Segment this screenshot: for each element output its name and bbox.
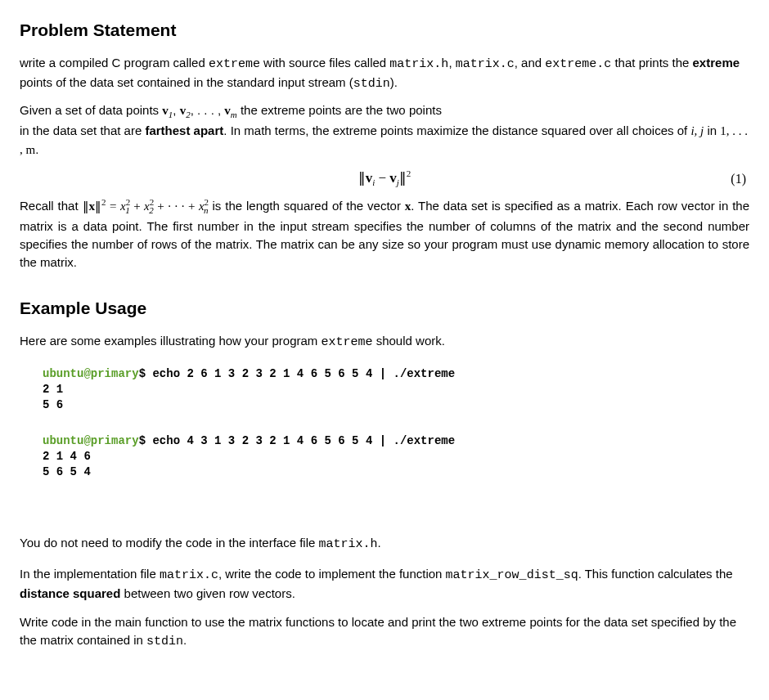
terminal-example-1: ubuntu@primary$ echo 2 6 1 3 2 3 2 1 4 6… <box>43 366 749 413</box>
code-matrix-c: matrix.c <box>160 568 218 582</box>
text: You do not need to modify the code in th… <box>20 536 319 550</box>
norm-right: ‖ <box>399 170 407 186</box>
math-vj: v <box>389 170 397 186</box>
math-vi: v <box>366 170 373 186</box>
text: . <box>35 142 38 156</box>
equation-number: (1) <box>731 169 746 188</box>
text: is the length squared of the vector <box>209 199 405 213</box>
math-ij: i, j <box>690 124 704 137</box>
norm-right: ‖ <box>95 200 101 213</box>
text: . <box>183 633 187 647</box>
terminal-output-line: 2 1 <box>43 383 63 396</box>
code-matrix-h: matrix.h <box>389 57 448 71</box>
heading-problem-statement: Problem Statement <box>20 18 749 43</box>
bold-dist-sq: distance squared <box>20 586 120 600</box>
code-matrix-c: matrix.c <box>456 57 515 71</box>
code-function-name: matrix_row_dist_sq <box>446 568 578 582</box>
text: between two given row vectors. <box>120 586 295 600</box>
text: Here are some examples illustrating how … <box>20 334 322 348</box>
text: the extreme points are the two points <box>237 103 442 117</box>
math-sub: m <box>231 110 237 119</box>
text: . In math terms, the extreme points maxi… <box>223 123 690 137</box>
plus-dots: + · · · + <box>154 200 199 213</box>
terminal-command: echo 4 3 1 3 2 3 2 1 4 6 5 6 5 4 | ./ext… <box>152 434 455 447</box>
given-paragraph: Given a set of data points v1, v2, . . .… <box>20 101 749 159</box>
code-extreme: extreme <box>322 335 373 349</box>
math-x: x <box>89 200 96 213</box>
text: Recall that <box>20 199 83 213</box>
code-extreme: extreme <box>209 57 260 71</box>
text: In the implementation file <box>20 567 160 581</box>
text: , write the code to implement the functi… <box>218 567 446 581</box>
example-intro: Here are some examples illustrating how … <box>20 332 749 352</box>
terminal-output-line: 5 6 <box>43 398 63 411</box>
text: with source files called <box>260 56 389 70</box>
plus: + <box>130 200 144 213</box>
text: . This function calculates the <box>578 567 733 581</box>
text: points of the data set contained in the … <box>20 75 353 89</box>
text: ). <box>390 75 398 89</box>
math-v1: v <box>162 104 169 117</box>
terminal-prompt: ubuntu@primary <box>43 434 139 447</box>
terminal-output-line: 2 1 4 6 <box>43 450 91 463</box>
terminal-dollar: $ <box>139 367 153 380</box>
intro-paragraph: write a compiled C program called extrem… <box>20 54 749 93</box>
text: , <box>448 56 455 70</box>
note-matrix-c: In the implementation file matrix.c, wri… <box>20 565 749 603</box>
note-matrix-h: You do not need to modify the code in th… <box>20 534 749 554</box>
text: , <box>173 103 179 117</box>
bold-farthest: farthest apart <box>145 123 223 137</box>
math-vm: v <box>224 104 231 117</box>
equals: = <box>106 200 120 213</box>
code-matrix-h: matrix.h <box>319 537 378 551</box>
equation-display: ‖vi − vj‖2 (1) <box>20 167 749 190</box>
code-stdin: stdin <box>353 77 390 91</box>
norm-left: ‖ <box>83 200 89 213</box>
math-sup: 2 <box>407 168 411 178</box>
code-extreme-c: extreme.c <box>545 57 611 71</box>
text: should work. <box>373 334 445 348</box>
terminal-command: echo 2 6 1 3 2 3 2 1 4 6 5 6 5 4 | ./ext… <box>152 367 455 380</box>
terminal-output-line: 5 6 5 4 <box>43 465 91 478</box>
text: . <box>378 536 381 550</box>
text: in the data set that are <box>20 123 145 137</box>
terminal-dollar: $ <box>139 434 153 447</box>
norm-left: ‖ <box>358 170 366 186</box>
math-v2: v <box>180 104 187 117</box>
equation-center: ‖vi − vj‖2 <box>358 168 411 190</box>
bold-extreme: extreme <box>693 56 740 70</box>
terminal-prompt: ubuntu@primary <box>43 367 139 380</box>
note-main: Write code in the main function to use t… <box>20 613 749 651</box>
minus: − <box>375 170 389 186</box>
text: , . . . , <box>191 103 225 117</box>
code-stdin: stdin <box>146 635 183 648</box>
text: in <box>704 123 720 137</box>
text: Write code in the main function to use t… <box>20 615 736 647</box>
terminal-example-2: ubuntu@primary$ echo 4 3 1 3 2 3 2 1 4 6… <box>43 433 749 480</box>
text: that prints the <box>611 56 692 70</box>
recall-paragraph: Recall that ‖x‖2 = x21 + x22 + · · · + x… <box>20 196 749 271</box>
heading-example-usage: Example Usage <box>20 296 749 321</box>
text: Given a set of data points <box>20 103 162 117</box>
text: , and <box>515 56 546 70</box>
text: write a compiled C program called <box>20 56 209 70</box>
